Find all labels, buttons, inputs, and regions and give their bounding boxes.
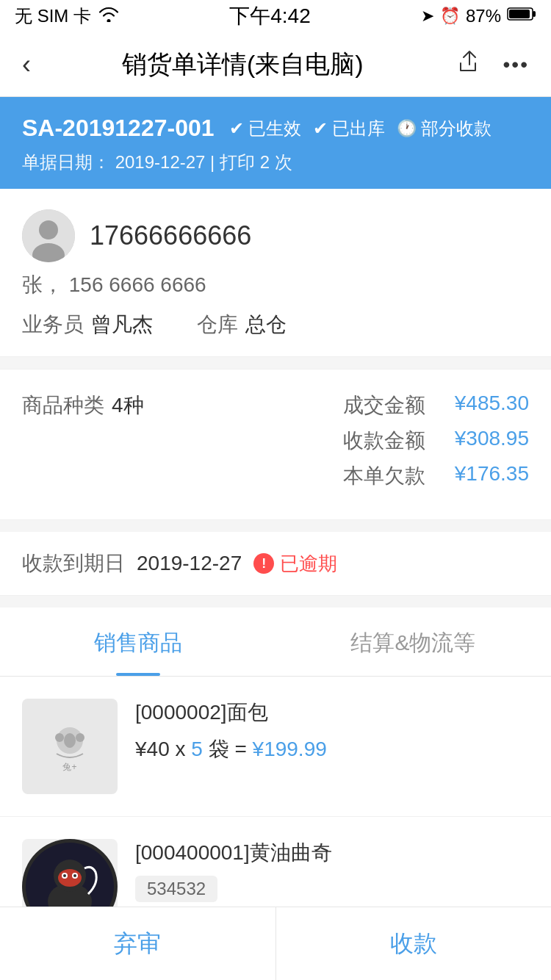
product-name-2: [000400001]黄油曲奇 (135, 839, 529, 867)
customer-meta: 业务员 曾凡杰 仓库 总仓 (22, 311, 529, 339)
svg-point-18 (73, 874, 76, 877)
location-icon: ➤ (421, 7, 434, 26)
status-left: 无 SIM 卡 (15, 4, 119, 28)
status-effective: ✔ 已生效 (229, 117, 301, 140)
amount-section: 商品种类 4种 成交金额 ¥485.30 收款金额 ¥308.95 本单欠款 ¥… (0, 369, 551, 520)
alarm-icon: ⏰ (440, 7, 460, 26)
overdue-icon: ! (253, 553, 274, 574)
svg-rect-2 (509, 10, 530, 18)
tabs-header: 销售商品 结算&物流等 (0, 608, 551, 677)
order-header: SA-20191227-001 ✔ 已生效 ✔ 已出库 🕐 部分收款 单据日期：… (0, 97, 551, 189)
page-title: 销货单详情(来自电脑) (122, 48, 364, 82)
product-info-1: [0000002]面包 ¥40 x 5 袋 = ¥199.99 (135, 699, 529, 794)
collect-payment-button[interactable]: 收款 (276, 907, 552, 980)
customer-section: 17666666666 张， 156 6666 6666 业务员 曾凡杰 仓库 … (0, 189, 551, 357)
cancel-review-button[interactable]: 弃审 (0, 907, 276, 980)
status-bar: 无 SIM 卡 下午4:42 ➤ ⏰ 87% (0, 0, 551, 32)
overdue-badge: ! 已逾期 (253, 551, 337, 577)
tab-settlement[interactable]: 结算&物流等 (276, 608, 551, 676)
status-tags: ✔ 已生效 ✔ 已出库 🕐 部分收款 (229, 117, 491, 140)
deal-amount: 成交金额 ¥485.30 (343, 392, 529, 419)
check-icon-2: ✔ (313, 118, 328, 139)
customer-name-phone: 张， 156 6666 6666 (22, 271, 529, 299)
svg-point-17 (63, 874, 66, 877)
check-icon-1: ✔ (229, 118, 244, 139)
svg-point-9 (64, 733, 76, 748)
more-button[interactable]: ••• (503, 53, 529, 76)
product-thumbnail-1: 兔+ (22, 699, 118, 794)
owed-amount: 本单欠款 ¥176.35 (343, 462, 529, 490)
svg-text:兔+: 兔+ (62, 762, 76, 772)
back-button[interactable]: ‹ (22, 49, 31, 80)
sales-person: 业务员 曾凡杰 (22, 311, 153, 339)
received-amount: 收款金额 ¥308.95 (343, 427, 529, 455)
tab-sales-products[interactable]: 销售商品 (0, 608, 276, 676)
share-button[interactable] (455, 48, 481, 81)
svg-point-14 (58, 869, 82, 887)
status-shipped: ✔ 已出库 (313, 117, 385, 140)
order-meta: 单据日期： 2019-12-27 | 打印 2 次 (22, 151, 529, 174)
warehouse: 仓库 总仓 (197, 311, 287, 339)
customer-id: 17666666666 (90, 220, 251, 251)
nav-bar: ‹ 销货单详情(来自电脑) ••• (0, 32, 551, 97)
product-price-1: ¥40 x 5 袋 = ¥199.99 (135, 735, 529, 763)
bottom-bar: 弃审 收款 (0, 907, 551, 980)
order-id: SA-20191227-001 (22, 115, 215, 142)
status-partial-payment: 🕐 部分收款 (397, 117, 491, 140)
customer-avatar (22, 209, 75, 262)
svg-point-7 (55, 733, 64, 742)
due-date-section: 收款到期日 2019-12-27 ! 已逾期 (0, 532, 551, 596)
svg-point-4 (39, 220, 58, 239)
product-sku-2: 534532 (135, 876, 217, 902)
wifi-icon (98, 6, 119, 26)
svg-point-8 (76, 733, 84, 742)
clock-icon: 🕐 (397, 119, 417, 138)
product-name-1: [0000002]面包 (135, 699, 529, 727)
time-display: 下午4:42 (229, 2, 311, 30)
battery-icon (507, 6, 536, 26)
amount-details: 成交金额 ¥485.30 收款金额 ¥308.95 本单欠款 ¥176.35 (343, 392, 529, 497)
product-count-area: 商品种类 4种 (22, 392, 144, 419)
carrier-text: 无 SIM 卡 (15, 4, 91, 28)
nav-actions: ••• (455, 48, 529, 81)
status-right: ➤ ⏰ 87% (421, 6, 536, 26)
product-item: 兔+ [0000002]面包 ¥40 x 5 袋 = ¥199.99 (0, 677, 551, 817)
battery-text: 87% (466, 6, 501, 26)
svg-rect-1 (533, 11, 536, 17)
